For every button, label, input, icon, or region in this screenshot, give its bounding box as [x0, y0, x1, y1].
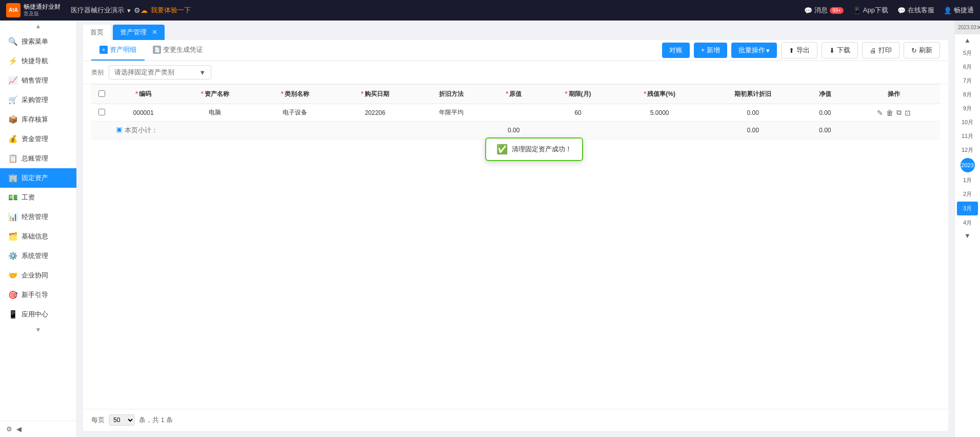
sidebar-item-label: 采购管理: [22, 95, 48, 105]
month-3-current[interactable]: 3月: [957, 202, 978, 215]
month-1[interactable]: 1月: [955, 173, 980, 187]
collapse-icon[interactable]: ◀: [16, 425, 22, 433]
sidebar-item-inventory[interactable]: 📦 库存核算: [0, 110, 76, 129]
sidebar-item-label: 经营管理: [22, 212, 48, 222]
month-8[interactable]: 8月: [955, 88, 980, 102]
per-page-select[interactable]: 50 100 200: [109, 414, 135, 426]
month-5[interactable]: 5月: [955, 46, 980, 60]
subtotal-label: ▣ 本页小计：: [116, 126, 158, 134]
subtotal-original: 0.00: [487, 122, 540, 140]
sidebar-item-fixed-assets[interactable]: 🏢 固定资产: [0, 168, 76, 188]
cell-actions: ✎ 🗑 ⧉ ⊡: [848, 104, 940, 122]
sidebar-item-app-center[interactable]: 📱 应用中心: [0, 305, 76, 324]
export-label: 导出: [796, 46, 810, 55]
col-initial-accum: 期初累计折旧: [704, 85, 803, 104]
message-button[interactable]: 💬 消息 99+: [804, 6, 844, 15]
sidebar-item-funds[interactable]: 💰 资金管理: [0, 129, 76, 149]
month-4[interactable]: 4月: [955, 216, 980, 230]
sidebar-item-sales[interactable]: 📈 销售管理: [0, 71, 76, 90]
copy-icon[interactable]: ⧉: [896, 108, 902, 117]
month-6[interactable]: 6月: [955, 60, 980, 74]
right-panel-header[interactable]: 2023.03 ✕ ⤢: [955, 21, 980, 34]
logo: AtA 畅捷通好业财 普及版: [6, 3, 61, 17]
cell-purchase-date: 202206: [335, 104, 415, 122]
category-placeholder: 请选择固定资产类别: [114, 68, 174, 77]
print-button[interactable]: 🖨 打印: [862, 42, 899, 58]
guide-icon: 🎯: [8, 290, 17, 300]
tab-asset-management[interactable]: 资产管理 ✕: [113, 25, 165, 40]
operations-icon: 📊: [8, 212, 17, 222]
col-original-value: *原值: [487, 85, 540, 104]
row-checkbox[interactable]: [98, 109, 105, 115]
download-button[interactable]: ⬇ 下载: [822, 42, 858, 58]
reconcile-button[interactable]: 对账: [662, 43, 690, 58]
app-download-button[interactable]: 📱 App下载: [853, 6, 888, 15]
year-2023[interactable]: 2023: [961, 158, 975, 172]
company-selector[interactable]: 医疗器械行业演示 ▾ ⚙: [71, 6, 141, 15]
online-service-label: 在线客服: [908, 6, 934, 15]
purchase-icon: 🛒: [8, 95, 17, 105]
sidebar-item-label: 快捷导航: [22, 56, 48, 66]
subtab-asset-detail[interactable]: ≡ 资产明细: [91, 40, 145, 61]
user-menu[interactable]: 👤 畅捷通: [944, 6, 974, 15]
category-select[interactable]: 请选择固定资产类别 ▼: [109, 65, 211, 80]
sidebar-item-ledger[interactable]: 📋 总账管理: [0, 149, 76, 168]
col-category: *类别名称: [255, 85, 335, 104]
month-10[interactable]: 10月: [955, 115, 980, 129]
more-icon[interactable]: ⊡: [905, 109, 911, 117]
cell-category: 电子设备: [255, 104, 335, 122]
experience-bar[interactable]: ☁ 我要体验一下: [141, 6, 191, 15]
tab-home[interactable]: 首页: [83, 25, 111, 40]
month-9[interactable]: 9月: [955, 102, 980, 115]
experience-icon: ☁: [141, 6, 148, 14]
sidebar-item-label: 销售管理: [22, 76, 48, 85]
sidebar-item-search[interactable]: 🔍 搜索菜单: [0, 32, 76, 51]
sidebar-item-purchase[interactable]: 🛒 采购管理: [0, 90, 76, 110]
sidebar-scroll-up[interactable]: ▲: [0, 21, 76, 32]
subtab-voucher[interactable]: 📄 变更生成凭证: [145, 40, 211, 61]
online-service-button[interactable]: 💬 在线客服: [897, 6, 934, 15]
sidebar-item-guide[interactable]: 🎯 新手引导: [0, 285, 76, 305]
toast-message: 清理固定资产成功！: [512, 145, 572, 154]
settings-bottom-icon[interactable]: ⚙: [6, 425, 12, 433]
col-depreciation: 折旧方法: [415, 85, 487, 104]
sidebar-item-quick-nav[interactable]: ⚡ 快捷导航: [0, 51, 76, 71]
sidebar-item-payroll[interactable]: 💵 工资: [0, 188, 76, 207]
month-12[interactable]: 12月: [955, 143, 980, 157]
month-7[interactable]: 7月: [955, 74, 980, 88]
system-icon: ⚙️: [8, 251, 17, 261]
select-all-checkbox[interactable]: [98, 90, 105, 97]
month-11[interactable]: 11月: [955, 129, 980, 143]
logo-subtitle: 普及版: [24, 10, 61, 17]
refresh-button[interactable]: ↻ 刷新: [904, 42, 940, 58]
refresh-icon: ↻: [911, 47, 917, 54]
month-next-arrow[interactable]: ▼: [955, 230, 980, 242]
sidebar-item-label: 基础信息: [22, 232, 48, 241]
sidebar-scroll-down[interactable]: ▼: [0, 324, 76, 335]
sidebar-item-system[interactable]: ⚙️ 系统管理: [0, 246, 76, 266]
voucher-icon: 📄: [153, 46, 161, 54]
print-icon: 🖨: [870, 47, 876, 54]
refresh-label: 刷新: [919, 46, 932, 55]
col-net-value: 净值: [803, 85, 848, 104]
user-icon: 👤: [944, 7, 952, 14]
app-icon: 📱: [853, 7, 861, 14]
batch-ops-button[interactable]: 批量操作 ▾: [731, 43, 777, 58]
sidebar-item-enterprise[interactable]: 🤝 企业协同: [0, 266, 76, 285]
new-button[interactable]: + 新增: [694, 43, 727, 58]
sidebar-item-basic-info[interactable]: 🗂️ 基础信息: [0, 227, 76, 246]
tab-close-icon[interactable]: ✕: [152, 28, 157, 36]
edit-icon[interactable]: ✎: [877, 109, 883, 117]
month-prev-arrow[interactable]: ▲: [955, 34, 980, 46]
sidebar-item-label: 总账管理: [22, 154, 48, 163]
delete-icon[interactable]: 🗑: [886, 109, 893, 117]
sales-icon: 📈: [8, 76, 17, 85]
month-2[interactable]: 2月: [955, 187, 980, 201]
cell-residual-rate: 5.0000: [616, 104, 704, 122]
export-button[interactable]: ⬆ 导出: [781, 42, 817, 58]
sub-tabs: ≡ 资产明细 📄 变更生成凭证 对账 + 新增 批量操作 ▾ ⬆: [83, 40, 948, 61]
close-panel-icon[interactable]: ✕: [976, 24, 980, 31]
sidebar-item-operations[interactable]: 📊 经营管理: [0, 207, 76, 227]
settings-icon[interactable]: ⚙: [134, 6, 141, 14]
category-arrow-icon: ▼: [199, 69, 206, 76]
